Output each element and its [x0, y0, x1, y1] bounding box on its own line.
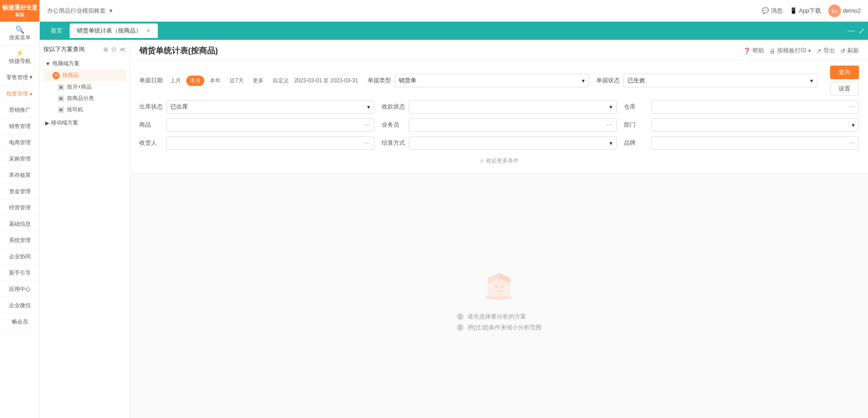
tree-item-by-month-goods[interactable]: ▦ 按月+商品 [43, 81, 126, 93]
brand-dots-icon[interactable]: ··· [849, 139, 855, 147]
expand-icon: ▼ [45, 61, 51, 67]
message-btn[interactable]: 💬 消息 [762, 7, 783, 15]
add-scheme-icon[interactable]: ⊕ [103, 46, 108, 53]
goods-dots-icon[interactable]: ··· [364, 121, 370, 129]
app-download-btn[interactable]: 📱 App下载 [790, 7, 821, 15]
table-icon-1: ▦ [58, 84, 64, 90]
print-btn[interactable]: 🖨 按模板打印 ▾ [769, 47, 811, 55]
sidebar-item-wholesale[interactable]: 批发管理 ▲ [0, 86, 39, 102]
payment-method-chevron-icon: ▾ [609, 140, 613, 147]
sidebar-item-sales[interactable]: 销售管理 [0, 118, 39, 134]
sidebar-item-operations[interactable]: 经营管理 [0, 200, 39, 216]
date-tab-more[interactable]: 更多 [249, 76, 267, 86]
date-tab-this-month[interactable]: 本月 [186, 76, 204, 86]
empty-tips: 1 请先选择要分析的方案 2 用[过滤]条件来缩小分析范围 [457, 313, 541, 332]
sidebar-item-finance[interactable]: 资金管理 [0, 183, 39, 200]
sidebar-item-marketing[interactable]: 营销推广 [0, 102, 39, 118]
logo-main: 畅捷通好生意 [2, 4, 38, 12]
top-header: 办公用品行业模拟账套 ▾ 💬 消息 📱 App下载 Ea demo2 [40, 0, 868, 22]
desktop-label: 电脑端方案 [52, 60, 80, 67]
payment-status-label: 收款状态 [382, 103, 405, 111]
warehouse-status-select[interactable]: 已出库 ▾ [166, 100, 374, 114]
tab-close-icon[interactable]: ✕ [146, 28, 151, 34]
export-btn[interactable]: ↗ 导出 [816, 47, 835, 55]
filter-date: 单据日期 上月 本月 本年 近7天 更多 自定义 2023-03-01 至 20… [139, 76, 360, 86]
receiver-select[interactable]: ··· [166, 136, 374, 150]
refresh-icon: ↺ [840, 48, 845, 54]
help-btn[interactable]: ❓ 帮助 [743, 47, 764, 55]
edit-scheme-icon[interactable]: ⊙ [111, 46, 117, 53]
tip-num-1: 1 [457, 313, 464, 320]
print-dropdown-icon[interactable]: ▾ [808, 48, 811, 54]
collapse-bar[interactable]: ∧ 收起更多条件 [139, 154, 859, 167]
payment-method-label: 结算方式 [382, 139, 405, 147]
header-right: 💬 消息 📱 App下载 Ea demo2 [762, 5, 861, 17]
dept-label: 部门 [624, 121, 647, 129]
tab-maximize-icon[interactable]: ⤢ [859, 27, 864, 35]
tree-item-by-category[interactable]: ▦ 按商品分类 [43, 93, 126, 104]
sidebar-item-app-center[interactable]: 应用中心 [0, 281, 39, 297]
query-button[interactable]: 查询 [830, 66, 859, 79]
date-tab-this-year[interactable]: 本年 [206, 76, 224, 86]
brand-label: 品牌 [624, 139, 647, 147]
sidebar-item-search-menu[interactable]: 🔍 搜索菜单 [0, 22, 39, 46]
print-icon: 🖨 [769, 48, 775, 54]
salesperson-select[interactable]: ··· [409, 118, 617, 132]
warehouse-status-chevron-icon: ▾ [367, 104, 370, 110]
salesperson-dots-icon[interactable]: ··· [607, 121, 613, 129]
filter-goods: 商品 ··· [139, 118, 374, 132]
empty-tip-2: 2 用[过滤]条件来缩小分析范围 [457, 323, 541, 332]
tree-item-by-goods[interactable]: 按 按商品 [43, 69, 126, 81]
sidebar-item-enterprise[interactable]: 企业协同 [0, 248, 39, 265]
goods-select[interactable]: ··· [166, 118, 374, 132]
dept-select[interactable]: ▾ [651, 118, 859, 132]
sidebar-item-ecommerce[interactable]: 电商管理 [0, 134, 39, 151]
sidebar-item-basic[interactable]: 基础信息 [0, 216, 39, 232]
sidebar-item-system[interactable]: 系统管理 [0, 232, 39, 248]
filter-brand: 品牌 ··· [624, 136, 859, 150]
salesperson-label: 业务员 [382, 121, 405, 129]
sidebar-item-inventory[interactable]: 库存核算 [0, 167, 39, 183]
sidebar-item-retail[interactable]: 零售管理 ▼ [0, 69, 39, 86]
sidebar-item-quick-nav[interactable]: ⚡ 快捷导航 [0, 46, 39, 69]
dropdown-icon[interactable]: ▾ [109, 7, 113, 14]
mobile-section-header[interactable]: ▶ 移动端方案 [43, 117, 126, 128]
tree-item-by-cashier[interactable]: ▦ 按司机 [43, 104, 126, 115]
receiver-dots-icon[interactable]: ··· [364, 139, 370, 147]
filter-warehouse: 仓库 ··· [624, 100, 859, 114]
filter-btn-area: 查询 设置 [830, 66, 859, 95]
payment-method-select[interactable]: ▾ [409, 136, 617, 150]
date-tab-7days[interactable]: 近7天 [226, 76, 247, 86]
tab-home[interactable]: 首页 [43, 24, 70, 38]
filter-doc-status: 单据状态 已生效 ▾ [596, 74, 817, 87]
logo-sub: 标版 [15, 12, 24, 18]
sidebar-item-vip[interactable]: 畅会员 [0, 314, 39, 330]
collapse-panel-icon[interactable]: ≪ [119, 46, 126, 53]
page-actions: ❓ 帮助 🖨 按模板打印 ▾ ↗ 导出 ↺ 刷新 [743, 47, 859, 55]
sidebar-item-wechat[interactable]: 企业微信 [0, 297, 39, 314]
date-filter: 上月 本月 本年 近7天 更多 自定义 2023-03-01 至 2023-03… [166, 76, 360, 86]
doc-status-select[interactable]: 已生效 ▾ [623, 74, 817, 87]
date-tabs: 上月 本月 本年 近7天 更多 自定义 [166, 76, 292, 86]
sidebar-item-purchase[interactable]: 采购管理 [0, 151, 39, 167]
date-tab-last-month[interactable]: 上月 [166, 76, 184, 86]
warehouse-select[interactable]: ··· [651, 100, 859, 114]
user-menu[interactable]: Ea demo2 [828, 5, 861, 17]
tab-sales-stats[interactable]: 销货单统计表（按商品） ✕ [70, 24, 158, 38]
header-left: 办公用品行业模拟账套 ▾ [47, 7, 113, 15]
tab-minimize-icon[interactable]: — [848, 27, 855, 35]
payment-status-select[interactable]: ▾ [409, 100, 617, 114]
svg-point-5 [495, 285, 497, 288]
date-tab-custom[interactable]: 自定义 [269, 76, 292, 86]
filter-row-3: 商品 ··· 业务员 ··· 部门 [139, 118, 859, 132]
brand-select[interactable]: ··· [651, 136, 859, 150]
desktop-section-header[interactable]: ▼ 电脑端方案 [43, 58, 126, 69]
warehouse-dots-icon[interactable]: ··· [849, 103, 855, 111]
sidebar-item-guide[interactable]: 新手引导 [0, 265, 39, 281]
doc-type-select[interactable]: 销货单 ▾ [395, 74, 589, 87]
table-icon-3: ▦ [58, 107, 64, 113]
empty-tip-1: 1 请先选择要分析的方案 [457, 313, 541, 321]
setting-button[interactable]: 设置 [830, 82, 859, 95]
filter-payment-status: 收款状态 ▾ [382, 100, 617, 114]
refresh-btn[interactable]: ↺ 刷新 [840, 47, 859, 55]
